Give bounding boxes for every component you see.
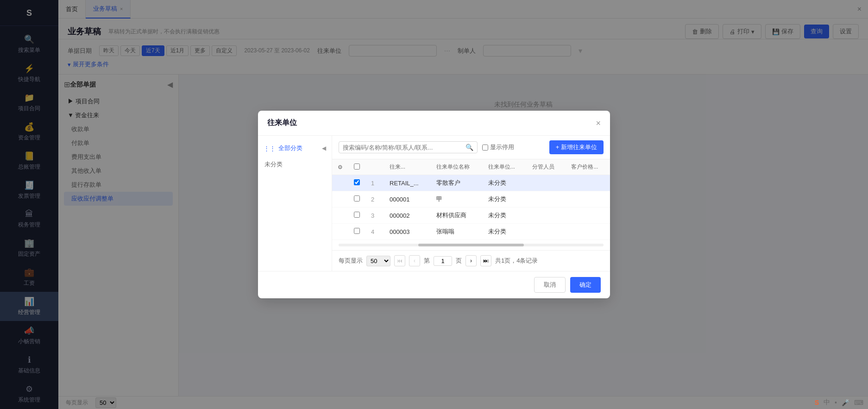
td-settings <box>332 208 348 224</box>
table-row[interactable]: 1 RETAIL_... 零散客户 未分类 <box>332 175 610 191</box>
collapse-tree-icon[interactable]: ◀ <box>322 145 326 151</box>
row-checkbox[interactable] <box>354 212 360 218</box>
row-checkbox[interactable] <box>354 179 360 185</box>
row-checkbox[interactable] <box>354 195 360 201</box>
th-num <box>365 159 384 175</box>
th-settings: ⚙ <box>332 159 348 175</box>
page-jump-label: 第 <box>424 257 430 265</box>
td-num: 2 <box>365 191 384 208</box>
td-settings <box>332 191 348 208</box>
select-all-checkbox[interactable] <box>354 164 360 170</box>
bottom-right-icons: S 中 • 🎤 ⌨ <box>815 396 868 409</box>
last-page-button[interactable]: ⏭ <box>480 255 491 266</box>
next-page-button[interactable]: › <box>465 255 477 266</box>
table-header-row: ⚙ 往来... 往来单位名称 往来单位... 分管人员 客户价格... <box>332 159 610 175</box>
td-num: 1 <box>365 175 384 191</box>
horizontal-scrollbar[interactable] <box>339 244 604 246</box>
table-body: 1 RETAIL_... 零散客户 未分类 2 <box>332 175 610 240</box>
total-records: 共1页，4条记录 <box>495 257 538 265</box>
dot-icon: • <box>835 399 837 406</box>
tree-uncategorized[interactable]: 未分类 <box>258 157 332 172</box>
td-name: 材料供应商 <box>431 208 483 224</box>
td-code: 000003 <box>384 224 431 240</box>
td-name: 甲 <box>431 191 483 208</box>
td-name: 零散客户 <box>431 175 483 191</box>
td-manager <box>527 191 566 208</box>
dialog-footer: 取消 确定 <box>258 271 610 298</box>
first-page-button[interactable]: ⏮ <box>394 255 405 266</box>
td-settings <box>332 175 348 191</box>
add-partner-button[interactable]: + 新增往来单位 <box>549 140 604 154</box>
all-categories-label: 全部分类 <box>278 144 302 152</box>
td-checkbox[interactable] <box>348 208 365 224</box>
dialog-title: 往来单位 <box>267 118 297 128</box>
td-manager <box>527 175 566 191</box>
td-code: RETAIL_... <box>384 175 431 191</box>
dialog-tree-panel: ⋮⋮ 全部分类 ◀ 未分类 <box>258 136 332 271</box>
th-checkbox <box>348 159 365 175</box>
td-price <box>566 191 610 208</box>
td-manager <box>527 224 566 240</box>
show-disabled-checkbox[interactable] <box>482 145 488 151</box>
th-category[interactable]: 往来单位... <box>483 159 527 175</box>
page-size-select[interactable]: 50 20 100 <box>366 256 390 266</box>
show-disabled-text: 显示停用 <box>490 143 514 151</box>
cancel-button[interactable]: 取消 <box>534 277 566 293</box>
chinese-icon: 中 <box>824 398 830 407</box>
dialog-toolbar: 🔍 显示停用 + 新增往来单位 <box>332 136 610 159</box>
td-settings <box>332 224 348 240</box>
show-disabled-label: 显示停用 <box>482 143 514 151</box>
table-row[interactable]: 2 000001 甲 未分类 <box>332 191 610 208</box>
th-name[interactable]: 往来单位名称 <box>431 159 483 175</box>
td-category: 未分类 <box>483 208 527 224</box>
dialog-right: 🔍 显示停用 + 新增往来单位 ⚙ <box>332 136 610 271</box>
search-input[interactable] <box>343 144 463 151</box>
td-category: 未分类 <box>483 175 527 191</box>
table-row[interactable]: 3 000002 材料供应商 未分类 <box>332 208 610 224</box>
dialog-tree-header[interactable]: ⋮⋮ 全部分类 ◀ <box>258 141 332 157</box>
td-price <box>566 224 610 240</box>
table-scrollbar-area <box>332 240 610 250</box>
th-code[interactable]: 往来... <box>384 159 431 175</box>
dialog-body: ⋮⋮ 全部分类 ◀ 未分类 🔍 显示停用 <box>258 136 610 271</box>
td-checkbox[interactable] <box>348 224 365 240</box>
dialog-close-button[interactable]: × <box>596 119 601 127</box>
td-category: 未分类 <box>483 224 527 240</box>
td-category: 未分类 <box>483 191 527 208</box>
grid-dots-icon: ⋮⋮ <box>264 145 276 152</box>
th-price-level[interactable]: 客户价格... <box>566 159 610 175</box>
dialog-header: 往来单位 × <box>258 111 610 136</box>
keyboard-icon[interactable]: ⌨ <box>854 399 863 406</box>
td-num: 3 <box>365 208 384 224</box>
page-input[interactable]: 1 <box>434 256 452 266</box>
td-price <box>566 208 610 224</box>
scrollbar-thumb[interactable] <box>418 244 524 246</box>
s-icon: S <box>815 399 819 406</box>
th-manager[interactable]: 分管人员 <box>527 159 566 175</box>
td-code: 000001 <box>384 191 431 208</box>
td-name: 张嗡嗡 <box>431 224 483 240</box>
partner-table: ⚙ 往来... 往来单位名称 往来单位... 分管人员 客户价格... <box>332 159 610 240</box>
search-box[interactable]: 🔍 <box>339 141 478 153</box>
td-manager <box>527 208 566 224</box>
table-row[interactable]: 4 000003 张嗡嗡 未分类 <box>332 224 610 240</box>
prev-page-button[interactable]: ‹ <box>409 255 420 266</box>
confirm-button[interactable]: 确定 <box>570 277 601 293</box>
td-checkbox[interactable] <box>348 175 365 191</box>
td-num: 4 <box>365 224 384 240</box>
dialog-pagination: 每页显示 50 20 100 ⏮ ‹ 第 1 页 › ⏭ 共1页，4条记录 <box>332 250 610 271</box>
partner-dialog: 往来单位 × ⋮⋮ 全部分类 ◀ 未分类 🔍 <box>258 111 610 298</box>
mic-icon[interactable]: 🎤 <box>842 399 849 406</box>
row-checkbox[interactable] <box>354 228 360 234</box>
overlay: 往来单位 × ⋮⋮ 全部分类 ◀ 未分类 🔍 <box>0 0 868 409</box>
td-checkbox[interactable] <box>348 191 365 208</box>
search-icon: 🔍 <box>465 144 473 151</box>
td-code: 000002 <box>384 208 431 224</box>
page-size-label: 每页显示 <box>339 257 363 265</box>
dialog-table: ⚙ 往来... 往来单位名称 往来单位... 分管人员 客户价格... <box>332 159 610 240</box>
td-price <box>566 175 610 191</box>
page-word: 页 <box>456 257 462 265</box>
